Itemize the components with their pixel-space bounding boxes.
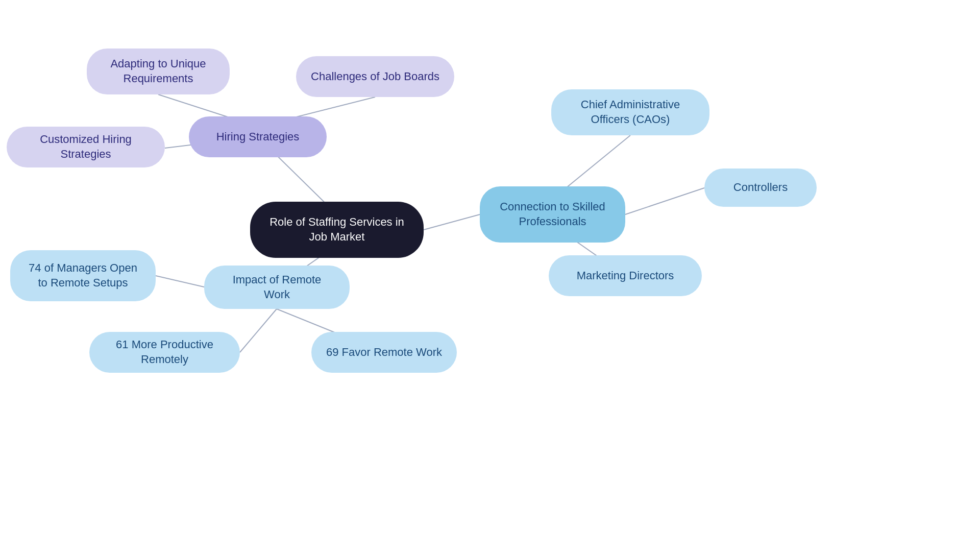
svg-line-6 <box>625 188 704 214</box>
favor-node: 69 Favor Remote Work <box>311 332 457 373</box>
svg-line-10 <box>240 309 277 352</box>
productive-label: 61 More Productive Remotely <box>104 338 226 367</box>
productive-node: 61 More Productive Remotely <box>89 332 240 373</box>
managers-open-label: 74 of Managers Open to Remote Setups <box>24 261 141 290</box>
customized-node: Customized Hiring Strategies <box>7 127 165 167</box>
challenges-node: Challenges of Job Boards <box>296 56 454 97</box>
marketing-label: Marketing Directors <box>577 269 674 283</box>
favor-label: 69 Favor Remote Work <box>326 345 442 360</box>
controllers-label: Controllers <box>733 180 788 195</box>
adapting-node: Adapting to Unique Requirements <box>87 49 230 94</box>
customized-label: Customized Hiring Strategies <box>21 132 151 161</box>
controllers-node: Controllers <box>704 169 817 207</box>
hiring-strategies-node: Hiring Strategies <box>189 116 327 157</box>
svg-line-4 <box>424 214 480 230</box>
svg-line-9 <box>156 276 204 287</box>
connection-label: Connection to Skilled Professionals <box>494 200 611 229</box>
cao-node: Chief Administrative Officers (CAOs) <box>551 89 709 135</box>
challenges-label: Challenges of Job Boards <box>311 69 439 84</box>
marketing-node: Marketing Directors <box>549 255 702 296</box>
adapting-label: Adapting to Unique Requirements <box>101 57 215 86</box>
hiring-strategies-label: Hiring Strategies <box>216 130 300 145</box>
impact-node: Impact of Remote Work <box>204 266 350 309</box>
connection-node: Connection to Skilled Professionals <box>480 186 625 243</box>
managers-open-node: 74 of Managers Open to Remote Setups <box>10 250 156 301</box>
impact-label: Impact of Remote Work <box>218 273 335 302</box>
center-node: Role of Staffing Services in Job Market <box>250 202 424 258</box>
center-label: Role of Staffing Services in Job Market <box>264 215 409 244</box>
cao-label: Chief Administrative Officers (CAOs) <box>566 98 695 127</box>
